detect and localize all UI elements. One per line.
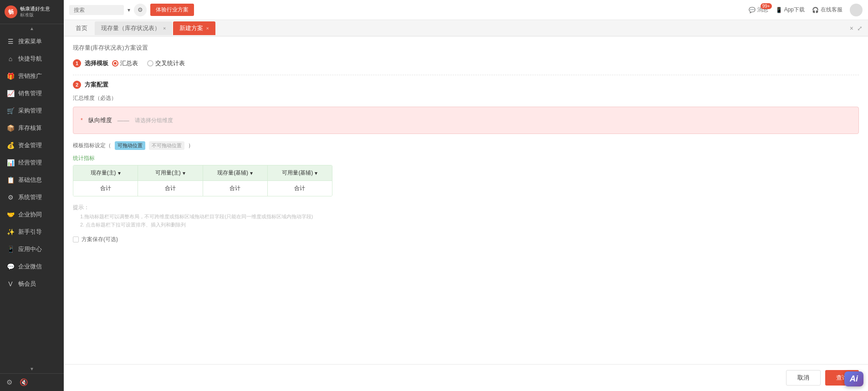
tab-new-scheme[interactable]: 新建方案 ×: [173, 21, 215, 35]
sidebar-item-label: 经营管理: [18, 159, 42, 167]
stats-header-cell-1[interactable]: 可用量(主) ▾: [138, 165, 203, 180]
header-cell-1-dropdown-icon[interactable]: ▾: [183, 170, 185, 176]
sidebar-item-label: 基础信息: [18, 176, 42, 184]
header-cell-2-dropdown-icon[interactable]: ▾: [250, 170, 253, 176]
radio-summary-label: 汇总表: [120, 59, 138, 67]
step2-section: 2 方案配置 汇总维度（必选） * 纵向维度 —— 请选择分组维度 模板指标设定…: [73, 81, 859, 243]
enterprise-wechat-icon: 💬: [6, 263, 15, 270]
radio-cross-label: 交叉统计表: [155, 59, 185, 67]
save-checkbox-input[interactable]: [73, 237, 79, 242]
sidebar-item-label: 资金管理: [18, 141, 42, 149]
logo-icon: 畅: [5, 5, 17, 18]
finance-icon: 💰: [6, 142, 15, 149]
main-content: ▾ ⚙ 体验行业方案 💬 消息 99+ 📱 App下载 🎧 在线客服 首页: [64, 0, 868, 391]
sidebar-menu: ☰ 搜索菜单 ⌂ 快捷导航 🎁 营销推广 📈 销售管理 🛒 采购管理 📦 库存核…: [0, 33, 64, 365]
step1-divider: [73, 75, 859, 75]
bottom-mute-icon[interactable]: 🔇: [20, 378, 28, 386]
topbar-settings-btn[interactable]: ⚙: [134, 4, 147, 16]
sidebar-item-inventory[interactable]: 📦 库存核算: [0, 119, 64, 137]
dimension-selector[interactable]: * 纵向维度 —— 请选择分组维度: [73, 107, 859, 134]
stats-data-row-0: 合计 合计 合计 合计: [73, 180, 332, 196]
scroll-up-icon[interactable]: ▲: [30, 26, 34, 31]
step1-header: 1 选择模板 汇总表 交叉统计表: [73, 59, 859, 67]
sidebar-item-app-center[interactable]: 📱 应用中心: [0, 241, 64, 258]
sidebar-item-label: 库存核算: [18, 124, 42, 132]
tab-inventory-status[interactable]: 现存量（库存状况表） ×: [95, 21, 172, 35]
save-checkbox-container[interactable]: 方案保存(可选): [73, 236, 859, 243]
panel-close-button[interactable]: ×: [850, 25, 853, 32]
step1-number: 1: [73, 59, 81, 67]
tip-item-1: 2. 点击标题栏下拉可设置排序、插入列和删除列: [73, 221, 859, 228]
header-cell-3-dropdown-icon[interactable]: ▾: [315, 170, 317, 176]
sidebar-item-vip-member[interactable]: V 畅会员: [0, 275, 64, 293]
basic-info-icon: 📋: [6, 176, 15, 184]
sidebar-item-marketing[interactable]: 🎁 营销推广: [0, 67, 64, 85]
sidebar-item-purchase[interactable]: 🛒 采购管理: [0, 102, 64, 119]
sidebar-scroll-down[interactable]: ▼: [0, 365, 64, 373]
sidebar-item-label: 营销推广: [18, 72, 42, 80]
indicator-label: 模板指标设定（ 可拖动位置 不可拖动位置 ）: [73, 141, 859, 150]
header-cell-3-label: 可用量(基辅): [282, 169, 313, 177]
sidebar-scroll-up[interactable]: ▲: [0, 24, 64, 33]
sidebar-item-new-guide[interactable]: ✨ 新手引导: [0, 223, 64, 241]
sidebar-item-label: 企业协同: [18, 211, 42, 219]
sidebar-item-system[interactable]: ⚙ 系统管理: [0, 189, 64, 206]
sidebar-item-operations[interactable]: 📊 经营管理: [0, 154, 64, 171]
stats-header-cell-0[interactable]: 现存量(主) ▾: [73, 165, 138, 180]
user-avatar[interactable]: [850, 4, 863, 16]
non-draggable-badge: 不可拖动位置: [149, 141, 184, 150]
sidebar-logo: 畅 畅康通好生意 标准版: [0, 0, 64, 24]
sidebar-item-enterprise-wechat[interactable]: 💬 企业微信: [0, 258, 64, 275]
tab-new-scheme-label: 新建方案: [179, 24, 203, 32]
purchase-icon: 🛒: [6, 107, 15, 114]
radio-cross[interactable]: 交叉统计表: [147, 59, 185, 67]
dim-dash: ——: [117, 117, 129, 124]
ai-badge[interactable]: Ai: [844, 371, 863, 386]
sidebar-item-label: 搜索菜单: [18, 37, 42, 46]
customer-service-label: 在线客服: [821, 6, 842, 14]
radio-summary[interactable]: 汇总表: [112, 59, 138, 67]
sidebar-item-finance[interactable]: 💰 资金管理: [0, 137, 64, 154]
stats-header-cell-2[interactable]: 现存量(基辅) ▾: [203, 165, 268, 180]
sidebar-item-sales[interactable]: 📈 销售管理: [0, 85, 64, 102]
search-dropdown-btn[interactable]: ▾: [128, 7, 130, 13]
stats-data-cell-0-3: 合计: [268, 181, 332, 196]
app-download-item[interactable]: 📱 App下载: [776, 6, 805, 14]
operations-icon: 📊: [6, 159, 15, 166]
app-download-icon: 📱: [776, 7, 782, 13]
scroll-down-icon[interactable]: ▼: [30, 366, 34, 371]
step2-number: 2: [73, 81, 81, 89]
radio-cross-circle: [147, 60, 153, 67]
customer-service-item[interactable]: 🎧 在线客服: [812, 6, 842, 14]
enterprise-icon: 🤝: [6, 211, 15, 218]
logo-text: 畅康通好生意: [20, 5, 50, 12]
bottom-settings-icon[interactable]: ⚙: [6, 378, 12, 386]
sidebar-item-basic-info[interactable]: 📋 基础信息: [0, 171, 64, 189]
tip-item-0: 1.拖动标题栏可以调整布局，不可跨维度或指标区域拖动栏目字段(只能在同一维度或指…: [73, 213, 859, 220]
footer: 取消 查询: [64, 364, 868, 391]
stats-data-cell-0-1: 合计: [138, 181, 203, 196]
tab-new-scheme-close-icon[interactable]: ×: [206, 26, 209, 31]
tab-home[interactable]: 首页: [69, 21, 94, 35]
stats-data-cell-0-2: 合计: [203, 181, 268, 196]
messages-item[interactable]: 💬 消息 99+: [749, 6, 768, 14]
panel-expand-button[interactable]: ⤢: [857, 25, 863, 32]
sidebar-item-enterprise[interactable]: 🤝 企业协同: [0, 206, 64, 223]
dimension-section-label: 汇总维度（必选）: [73, 94, 859, 102]
radio-summary-circle: [112, 60, 118, 67]
sidebar-item-quick-nav[interactable]: ⌂ 快捷导航: [0, 50, 64, 67]
sidebar-bottom: ⚙ 🔇: [0, 373, 64, 391]
stats-header-cell-3[interactable]: 可用量(基辅) ▾: [268, 165, 332, 180]
sidebar-item-label: 采购管理: [18, 107, 42, 115]
sidebar-item-label: 企业微信: [18, 262, 42, 271]
cancel-button[interactable]: 取消: [786, 370, 821, 386]
sidebar-item-label: 快捷导航: [18, 55, 42, 63]
search-input[interactable]: [69, 5, 124, 15]
industry-solution-button[interactable]: 体验行业方案: [150, 4, 194, 16]
sidebar-item-search-menu[interactable]: ☰ 搜索菜单: [0, 33, 64, 50]
sales-icon: 📈: [6, 90, 15, 97]
tab-inventory-close-icon[interactable]: ×: [163, 26, 166, 31]
marketing-icon: 🎁: [6, 72, 15, 80]
header-cell-0-dropdown-icon[interactable]: ▾: [118, 170, 121, 176]
save-checkbox-label: 方案保存(可选): [82, 236, 118, 243]
